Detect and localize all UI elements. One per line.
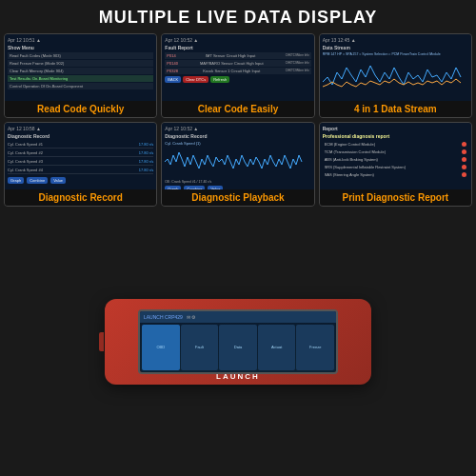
table-row: Cyl. Crank Speed #4 17.80 r/s <box>8 167 153 174</box>
data-stream-status: Apr 13 12:45 ▲ <box>323 37 468 43</box>
playback-channel-label: Cyl. Crank Speed (1) <box>165 141 310 146</box>
table-row: SRS (Supplemental Inflatable Restraint S… <box>323 164 468 170</box>
panel-print-report: Report Professional diagnosis report ECM… <box>319 122 472 207</box>
diag-playback-screen: Apr 12 10:52 ▲ Diagnostic Record Cyl. Cr… <box>162 123 313 189</box>
playback-tabs: Graph Combine Value <box>165 186 310 189</box>
panel-print-report-label: Print Diagnostic Report <box>320 189 471 206</box>
read-code-status: Apr 12 10:51 ▲ <box>8 37 153 43</box>
panel-data-stream: Apr 13 12:45 ▲ Data Stream RPM 147 HP = … <box>319 33 472 118</box>
list-item: Clear Fault Memory (Mode 904) <box>8 68 153 74</box>
playback-waveform <box>165 148 310 176</box>
playback-value-tab[interactable]: Value <box>208 186 223 189</box>
device-power-button[interactable] <box>99 332 104 351</box>
table-row: P0140 MAP/BARO Sensor Circuit High Input… <box>165 60 310 67</box>
data-stream-subtitle: RPM 147 HP = SPA 257 = System Selection … <box>323 52 468 56</box>
status-dot-0 <box>462 142 466 147</box>
print-report-subtitle: Professional diagnosis report <box>323 133 468 139</box>
report-rows: ECM (Engine Control Module) TCM (Transmi… <box>323 141 468 178</box>
graph-tab[interactable]: Graph <box>8 177 24 184</box>
diag-record-status: Apr 12 10:58 ▲ <box>8 126 153 131</box>
table-row: P0328 Knock Sensor 1 Circuit High Input … <box>165 68 310 74</box>
device-screen-inner: LAUNCH CRP429 ✉ ⚙ OBD Fault Data Actuat … <box>140 311 336 372</box>
main-title: MULTIPLE LIVE DATA DISPLAY <box>99 0 378 33</box>
panel-data-stream-label: 4 in 1 Data Stream <box>320 101 471 117</box>
table-row: Cyl. Crank Speed #2 17.80 r/s <box>8 149 153 157</box>
clear-code-buttons: BACK Clear DTCs Refresh <box>165 76 310 83</box>
panel-clear-code: Apr 12 10:52 ▲ Fault Report P014 IMT Sen… <box>161 33 314 118</box>
data-stream-title: Data Stream <box>323 45 468 50</box>
device-tab-data[interactable]: Data <box>219 325 257 370</box>
back-button[interactable]: BACK <box>165 76 181 83</box>
panel-diag-record-label: Diagnostic Record <box>5 189 156 206</box>
status-dot-4 <box>462 172 466 177</box>
list-item: Read Fault Codes (Mode 903) <box>8 52 153 59</box>
clear-dtcs-button[interactable]: Clear DTCs <box>183 76 208 83</box>
device-tab-freeze[interactable]: Freeze <box>296 325 334 370</box>
table-row: Cyl. Crank Speed #3 17.80 r/s <box>8 158 153 166</box>
device-body: LAUNCH CRP429 ✉ ⚙ OBD Fault Data Actuat … <box>105 299 371 385</box>
playback-value: OE: Crank Speed #1 / 17.40 r/s <box>165 180 310 184</box>
list-item: Control Operation Of On-Board Component <box>8 83 153 89</box>
top-panels-grid: Apr 12 10:51 ▲ Show Menu Read Fault Code… <box>0 33 476 118</box>
device-screen: LAUNCH CRP429 ✉ ⚙ OBD Fault Data Actuat … <box>138 309 338 374</box>
print-report-screen: Report Professional diagnosis report ECM… <box>320 123 471 189</box>
clear-code-title: Fault Report <box>165 45 310 50</box>
device-tab-fault[interactable]: Fault <box>181 325 219 370</box>
device-screen-header: LAUNCH CRP429 ✉ ⚙ <box>140 311 336 323</box>
launch-logo: LAUNCH <box>216 372 260 381</box>
main-container: MULTIPLE LIVE DATA DISPLAY Apr 12 10:51 … <box>0 0 476 476</box>
panel-diag-playback-label: Diagnostic Playback <box>162 189 313 206</box>
data-stream-screen: Apr 13 12:45 ▲ Data Stream RPM 147 HP = … <box>320 34 471 101</box>
table-row: Cyl. Crank Speed #1 17.80 r/s <box>8 141 153 149</box>
clear-code-rows: P014 IMT Sensor Circuit High Input CHKTC… <box>165 52 310 74</box>
data-stream-chart <box>323 58 468 91</box>
panel-diag-playback: Apr 12 10:52 ▲ Diagnostic Record Cyl. Cr… <box>161 122 314 207</box>
table-row: SAS (Steering Angle System) <box>323 171 468 178</box>
device-tab-obd[interactable]: OBD <box>142 325 180 370</box>
status-dot-2 <box>462 157 466 162</box>
read-code-title: Show Menu <box>8 45 153 50</box>
playback-combine-tab[interactable]: Combine <box>184 186 205 189</box>
bottom-panels-grid: Apr 12 10:58 ▲ Diagnostic Record Cyl. Cr… <box>0 122 476 207</box>
table-row: ECM (Engine Control Module) <box>323 141 468 148</box>
diag-playback-status: Apr 12 10:52 ▲ <box>165 126 310 131</box>
read-code-screen: Apr 12 10:51 ▲ Show Menu Read Fault Code… <box>5 34 156 101</box>
panel-clear-code-label: Clear Code Easily <box>162 101 313 117</box>
combine-tab[interactable]: Combine <box>27 177 48 184</box>
refresh-button[interactable]: Refresh <box>210 76 229 83</box>
panel-diag-record: Apr 12 10:58 ▲ Diagnostic Record Cyl. Cr… <box>4 122 157 207</box>
status-dot-1 <box>462 149 466 154</box>
table-row: ABS (Anti-lock Braking System) <box>323 156 468 163</box>
read-code-rows: Read Fault Codes (Mode 903) Read Freeze … <box>8 52 153 89</box>
device-tab-actuat[interactable]: Actuat <box>258 325 296 370</box>
diag-record-rows: Cyl. Crank Speed #1 17.80 r/s Cyl. Crank… <box>8 141 153 174</box>
list-item: Read Freeze Frame (Mode 902) <box>8 60 153 67</box>
print-report-title: Report <box>323 126 468 131</box>
clear-code-status: Apr 12 10:52 ▲ <box>165 37 310 43</box>
playback-graph-tab[interactable]: Graph <box>165 186 181 189</box>
table-row: P014 IMT Sensor Circuit High Input CHKTC… <box>165 52 310 59</box>
table-row: TCM (Transmission Control Module) <box>323 149 468 155</box>
status-dot-3 <box>462 165 466 169</box>
device-section: LAUNCH CRP429 ✉ ⚙ OBD Fault Data Actuat … <box>0 207 476 476</box>
list-item: Test Results: On-Board Monitoring <box>8 75 153 82</box>
device-tabs: OBD Fault Data Actuat Freeze <box>140 323 336 372</box>
value-tab[interactable]: Value <box>50 177 66 184</box>
panel-read-code: Apr 12 10:51 ▲ Show Menu Read Fault Code… <box>4 33 157 118</box>
diag-playback-title: Diagnostic Record <box>165 133 310 139</box>
diag-record-title: Diagnostic Record <box>8 133 153 139</box>
panel-read-code-label: Read Code Quickly <box>5 101 156 117</box>
clear-code-screen: Apr 12 10:52 ▲ Fault Report P014 IMT Sen… <box>162 34 313 101</box>
diag-record-tabs: Graph Combine Value <box>8 177 153 184</box>
diag-record-screen: Apr 12 10:58 ▲ Diagnostic Record Cyl. Cr… <box>5 123 156 189</box>
